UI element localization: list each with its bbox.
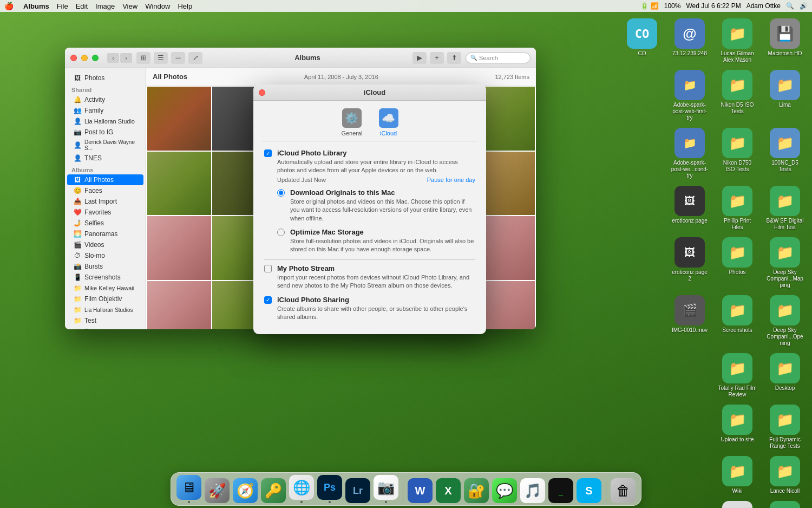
dock-item-trash[interactable]: 🗑 xyxy=(611,478,636,503)
pause-button[interactable]: Pause for one day xyxy=(427,177,475,183)
menu-edit[interactable]: Edit xyxy=(76,2,88,10)
window-close-button[interactable] xyxy=(70,55,77,61)
photo-sharing-checkbox[interactable] xyxy=(264,296,272,304)
desktop-icon-bw[interactable]: 📁 B&W SF Digital Film Test xyxy=(763,184,807,233)
dock-item-itunes[interactable]: 🎵 xyxy=(520,478,545,503)
desktop-icon-lia-flash[interactable]: 📁 Lia Halloran Recent Flash Drive xyxy=(763,499,807,508)
play-button[interactable]: ▶ xyxy=(412,52,427,64)
search-input[interactable]: 🔍 Search xyxy=(466,53,531,63)
dock-item-lightroom[interactable]: Lr xyxy=(345,478,370,503)
download-originals-radio[interactable] xyxy=(277,189,285,197)
photo-stream-checkbox[interactable] xyxy=(264,265,272,272)
desktop-icon-wireless[interactable]: 📄 WirelessDiagnostics_C02Q...0.tar.gz xyxy=(716,499,759,508)
sidebar-item-activity[interactable]: 🔔 Activity xyxy=(67,94,143,105)
view-grid-button[interactable]: ⊞ xyxy=(136,52,150,64)
desktop-icon-upload[interactable]: 📁 Upload to site xyxy=(716,402,759,452)
menu-window[interactable]: Window xyxy=(145,2,170,10)
dock-item-launchpad[interactable]: 🚀 xyxy=(205,478,230,503)
window-minimize-button[interactable] xyxy=(81,55,88,61)
desktop-icon-lucas[interactable]: 📁 Lucas Gilman Alex Mason xyxy=(716,16,759,66)
sidebar-item-faces[interactable]: 😊 Faces xyxy=(67,185,143,196)
icloud-photo-library-checkbox[interactable] xyxy=(264,149,272,157)
app-name[interactable]: Albums xyxy=(23,2,49,10)
desktop-icon-deep-sky-opening[interactable]: 📁 Deep Sky Compani...Opening xyxy=(763,293,807,349)
sidebar-item-faded[interactable]: 📁 Faded xyxy=(67,326,143,329)
dock-item-messages[interactable]: 💬 xyxy=(492,478,517,503)
photo-cell[interactable] xyxy=(147,281,211,329)
sidebar-item-lia-studios[interactable]: 📁 Lia Halloran Studios xyxy=(67,304,143,315)
sidebar-item-mike-kelley[interactable]: 📁 Mike Kelley Hawaii xyxy=(67,283,143,294)
share-button[interactable]: ⬆ xyxy=(447,52,461,64)
sidebar-item-photos[interactable]: 🖼 Photos xyxy=(67,73,143,83)
desktop-icon-deep-sky-mapping[interactable]: 📁 Deep Sky Compani...Mapping xyxy=(763,235,807,291)
desktop-icon-lima[interactable]: 📁 Lima xyxy=(763,68,807,123)
view-list-button[interactable]: ☰ xyxy=(154,52,168,64)
dock-item-excel[interactable]: X xyxy=(436,478,461,503)
photo-cell[interactable] xyxy=(147,152,211,216)
sidebar-item-all-photos[interactable]: 🖼 All Photos xyxy=(67,174,143,185)
optimize-storage-radio[interactable] xyxy=(277,229,285,236)
desktop-icon-fuji[interactable]: 📁 Fuji Dynamic Range Tests xyxy=(763,402,807,452)
sidebar-item-last-import[interactable]: 📥 Last Import xyxy=(67,196,143,207)
desktop-icon-nikon-d5[interactable]: 📁 Nikon D5 ISO Tests xyxy=(716,68,759,123)
desktop-icon-100nc[interactable]: 📁 100NC_D5 Tests xyxy=(763,126,807,181)
desktop-icon-lance[interactable]: 📁 Lance Nicoll xyxy=(763,454,807,497)
dock-item-1password-mini[interactable]: 🔐 xyxy=(464,478,489,503)
sidebar-item-post-ig[interactable]: 📷 Post to IG xyxy=(67,127,143,138)
dock-item-terminal[interactable]: _ xyxy=(548,478,573,503)
desktop-icon-eroticonz1[interactable]: 🖼 eroticonz page xyxy=(668,184,711,233)
photo-cell[interactable] xyxy=(147,87,211,151)
sidebar-item-tnes[interactable]: 👤 TNES xyxy=(67,153,143,164)
dock-item-photos[interactable]: 📷 xyxy=(374,475,398,503)
menu-file[interactable]: File xyxy=(57,2,68,10)
desktop-icon-wiki[interactable]: 📁 Wiki xyxy=(716,454,759,497)
desktop-icon-eroticonz2[interactable]: 🖼 eroticonz page 2 xyxy=(668,235,711,291)
menu-help[interactable]: Help xyxy=(178,2,192,10)
desktop-icon-spark2[interactable]: 📁 Adobe-spark-post-we...cond-try xyxy=(668,126,711,181)
dock-item-finder[interactable]: 🖥 xyxy=(176,475,201,503)
window-maximize-button[interactable] xyxy=(92,55,99,61)
desktop-icon-co[interactable]: CO CO xyxy=(620,16,664,66)
desktop-icon-spark1[interactable]: 📁 Adobe-spark-post-web-first-try xyxy=(668,68,711,123)
tab-icloud[interactable]: ☁️ iCloud xyxy=(379,108,398,136)
desktop-icon-phillip[interactable]: 📁 Phillip Print Files xyxy=(716,184,759,233)
sidebar-item-test[interactable]: 📁 Test xyxy=(67,315,143,326)
sidebar-item-derrick[interactable]: 👤 Derrick Davis Wayne S... xyxy=(67,138,143,153)
dock-item-photoshop[interactable]: Ps xyxy=(317,475,342,503)
zoom-slider[interactable]: ─ xyxy=(171,52,185,64)
sidebar-item-bursts[interactable]: 📸 Bursts xyxy=(67,261,143,272)
sidebar-item-film-objektiv[interactable]: 📁 Film Objektiv xyxy=(67,294,143,304)
desktop-icon-photos-folder[interactable]: 📁 Photos xyxy=(716,235,759,291)
sidebar-item-selfies[interactable]: 🤳 Selfies xyxy=(67,218,143,229)
nav-back-button[interactable]: ‹ xyxy=(107,53,119,63)
desktop-icon-at[interactable]: @ 73.12.239.248 xyxy=(668,16,711,66)
sidebar-item-screenshots[interactable]: 📱 Screenshots xyxy=(67,272,143,283)
sidebar-item-panoramas[interactable]: 🌅 Panoramas xyxy=(67,229,143,239)
desktop-icon-totally-rad[interactable]: 📁 Totally Rad Film Review xyxy=(716,351,759,400)
desktop-icon-macintosh[interactable]: 💾 Macintosh HD xyxy=(763,16,807,66)
dialog-close-button[interactable] xyxy=(259,89,265,96)
add-button[interactable]: + xyxy=(430,52,444,64)
sidebar-item-lia-studio[interactable]: 👤 Lia Halloran Studio xyxy=(67,116,143,127)
dock-item-word[interactable]: W xyxy=(408,478,433,503)
menu-view[interactable]: View xyxy=(122,2,137,10)
menu-image[interactable]: Image xyxy=(95,2,115,10)
desktop-icon-img-mov[interactable]: 🎬 IMG-0010.mov xyxy=(668,293,711,349)
dock-item-chrome[interactable]: 🌐 xyxy=(289,475,314,503)
dock-item-safari[interactable]: 🧭 xyxy=(233,478,258,503)
sidebar-item-family[interactable]: 👥 Family xyxy=(67,105,143,116)
fullscreen-button[interactable]: ⤢ xyxy=(188,52,202,64)
desktop-icon-nikon-d750[interactable]: 📁 Nikon D750 ISO Tests xyxy=(716,126,759,181)
apple-menu[interactable]: 🍎 xyxy=(4,2,14,10)
nav-forward-button[interactable]: › xyxy=(120,53,132,63)
sidebar-item-videos[interactable]: 🎬 Videos xyxy=(67,239,143,250)
search-icon[interactable]: 🔍 xyxy=(786,2,794,10)
desktop-icon-desktop-folder[interactable]: 📁 Desktop xyxy=(763,351,807,400)
sidebar-item-slo-mo[interactable]: ⏱ Slo-mo xyxy=(67,250,143,261)
tab-general[interactable]: ⚙️ General xyxy=(341,108,362,136)
photo-cell[interactable] xyxy=(147,216,211,280)
dock-item-skype[interactable]: S xyxy=(577,478,601,503)
volume-icon[interactable]: 🔊 xyxy=(800,2,808,10)
dock-item-1password[interactable]: 🔑 xyxy=(261,478,286,503)
sidebar-item-favorites[interactable]: ❤️ Favorites xyxy=(67,207,143,218)
